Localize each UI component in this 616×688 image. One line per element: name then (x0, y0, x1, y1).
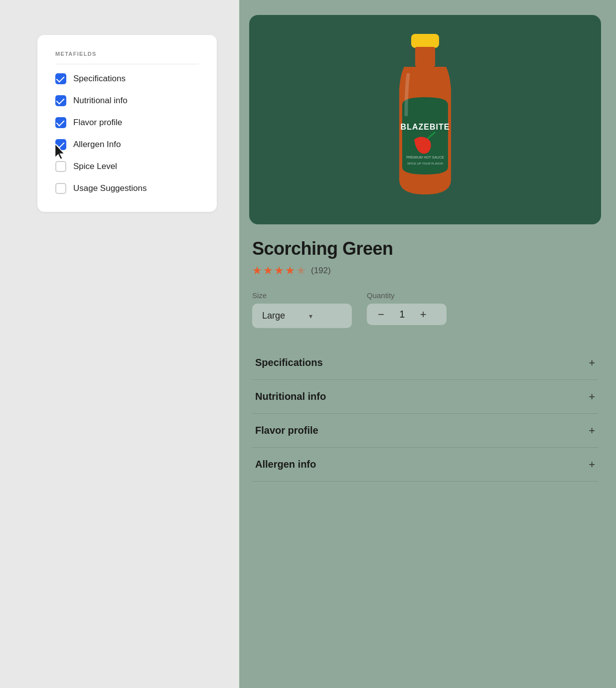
review-count: (192) (311, 266, 331, 276)
plus-icon: + (589, 357, 595, 368)
checkbox-allergen-info[interactable] (55, 139, 66, 150)
product-name: Scorching Green (252, 238, 598, 259)
size-control-group: Size Large ▾ (252, 291, 352, 328)
svg-rect-0 (411, 34, 439, 48)
checkbox-item-nutritional-info[interactable]: Nutritional info (55, 95, 199, 106)
controls-row: Size Large ▾ Quantity − 1 + (252, 291, 598, 328)
product-image-container: BLAZEBITE PREMIUM HOT SAUCE SPICE UP YOU… (249, 15, 601, 224)
checkbox-label-specifications: Specifications (73, 74, 126, 84)
checkbox-item-specifications[interactable]: Specifications (55, 73, 199, 84)
stars: ★★★★★ (252, 264, 307, 277)
plus-icon: + (589, 391, 595, 402)
quantity-decrease-button[interactable]: − (376, 309, 386, 320)
size-select[interactable]: Large ▾ (252, 304, 352, 328)
accordion-list: Specifications+Nutritional info+Flavor p… (252, 346, 598, 482)
svg-rect-1 (415, 47, 435, 67)
checkbox-label-usage-suggestions: Usage Suggestions (73, 183, 147, 193)
checkbox-usage-suggestions[interactable] (55, 183, 66, 194)
checkbox-flavor-profile[interactable] (55, 117, 66, 128)
checkbox-item-usage-suggestions[interactable]: Usage Suggestions (55, 183, 199, 194)
svg-text:PREMIUM HOT SAUCE: PREMIUM HOT SAUCE (406, 156, 444, 159)
checkbox-label-spice-level: Spice Level (73, 162, 117, 172)
svg-text:BLAZEBITE: BLAZEBITE (401, 123, 450, 131)
accordion-label-allergen-info: Allergen info (255, 459, 316, 470)
checkbox-specifications[interactable] (55, 73, 66, 84)
quantity-increase-button[interactable]: + (418, 309, 429, 320)
product-info: Scorching Green ★★★★★ (192) Size Large ▾… (249, 238, 601, 482)
accordion-item-specifications[interactable]: Specifications+ (252, 346, 598, 380)
quantity-label: Quantity (367, 291, 447, 300)
rating-row: ★★★★★ (192) (252, 264, 598, 277)
checkbox-item-allergen-info[interactable]: Allergen Info (55, 139, 199, 150)
checkbox-label-nutritional-info: Nutritional info (73, 96, 128, 106)
checkbox-spice-level[interactable] (55, 161, 66, 172)
accordion-label-specifications: Specifications (255, 357, 323, 368)
size-value: Large (262, 311, 285, 321)
metafields-heading: METAFIELDS (55, 51, 199, 64)
checkbox-label-flavor-profile: Flavor profile (73, 118, 122, 128)
checkbox-item-spice-level[interactable]: Spice Level (55, 161, 199, 172)
checkbox-list: SpecificationsNutritional infoFlavor pro… (55, 73, 199, 194)
accordion-item-nutritional-info[interactable]: Nutritional info+ (252, 380, 598, 414)
product-card: BLAZEBITE PREMIUM HOT SAUCE SPICE UP YOU… (249, 15, 601, 482)
metafields-card: METAFIELDS SpecificationsNutritional inf… (37, 35, 217, 212)
chevron-down-icon: ▾ (309, 312, 312, 320)
right-panel: BLAZEBITE PREMIUM HOT SAUCE SPICE UP YOU… (239, 0, 616, 688)
left-panel: METAFIELDS SpecificationsNutritional inf… (0, 0, 239, 688)
accordion-item-flavor-profile[interactable]: Flavor profile+ (252, 414, 598, 448)
checkbox-label-allergen-info: Allergen Info (73, 140, 121, 150)
product-image: BLAZEBITE PREMIUM HOT SAUCE SPICE UP YOU… (370, 15, 480, 224)
size-label: Size (252, 291, 352, 300)
quantity-value: 1 (396, 309, 408, 320)
svg-text:SPICE UP YOUR FLAVOR: SPICE UP YOUR FLAVOR (407, 162, 444, 165)
accordion-label-nutritional-info: Nutritional info (255, 391, 326, 402)
plus-icon: + (589, 459, 595, 470)
quantity-stepper: − 1 + (367, 304, 447, 325)
accordion-label-flavor-profile: Flavor profile (255, 425, 318, 436)
checkbox-item-flavor-profile[interactable]: Flavor profile (55, 117, 199, 128)
quantity-control-group: Quantity − 1 + (367, 291, 447, 328)
accordion-item-allergen-info[interactable]: Allergen info+ (252, 448, 598, 482)
checkbox-nutritional-info[interactable] (55, 95, 66, 106)
plus-icon: + (589, 425, 595, 436)
